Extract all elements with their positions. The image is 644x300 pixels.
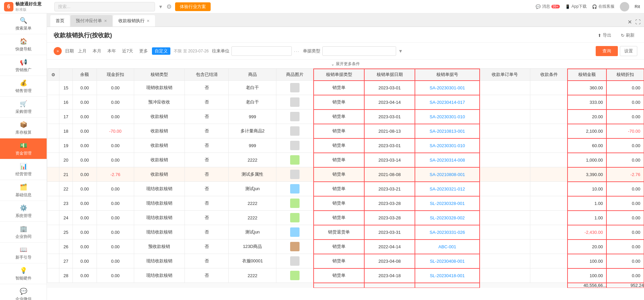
refresh-btn[interactable]: ↻ 刷新 xyxy=(618,31,637,40)
td-write-off-discount: -70.00 xyxy=(606,124,644,138)
doc-no-link[interactable]: SA-20230301-001 xyxy=(430,85,465,90)
td-receipt-condition xyxy=(530,138,568,153)
sidebar-item-purchase[interactable]: 🛒 采购管理 xyxy=(0,97,47,118)
dropdown-icon[interactable]: ▼ xyxy=(158,4,163,9)
th-receipt-order-no: 收款单订单号 xyxy=(480,69,530,81)
tab-close-all-icon[interactable]: ✕ xyxy=(628,19,632,25)
tab-collection-close[interactable]: ✕ xyxy=(147,19,150,23)
sidebar-item-operation[interactable]: 📊 经营管理 xyxy=(0,159,47,180)
doc-no-link[interactable]: SA-20230301-010 xyxy=(430,114,465,119)
tab-collection-label: 收款核销执行 xyxy=(118,18,145,24)
tab-bar: 首页 预付冲应付单 ✕ 收款核销执行 ✕ ✕ ⛶ xyxy=(47,13,644,27)
message-btn[interactable]: 💬 消息 99+ xyxy=(536,4,560,9)
th-settings[interactable]: ⚙ xyxy=(47,69,59,81)
th-cash-discount: 现金折扣 xyxy=(97,69,134,81)
sidebar-item-basic[interactable]: 🗂️ 基础信息 xyxy=(0,180,47,201)
doc-no-link[interactable]: SL-20230328-002 xyxy=(430,215,465,220)
td-write-off-doc-date: 2023-04-08 xyxy=(364,254,415,268)
td-goods: 老白干 xyxy=(229,95,276,110)
td-write-off-doc-no[interactable]: SA-20210808-001 xyxy=(415,167,480,182)
td-write-off-type: 现结收款核销 xyxy=(134,182,184,196)
td-goods-img xyxy=(276,124,314,138)
td-write-off-doc-no[interactable]: SL-20230418-001 xyxy=(415,268,480,283)
td-write-off-doc-no[interactable]: SA-20230301-001 xyxy=(415,81,480,95)
td-goods-img xyxy=(276,182,314,196)
sidebar-item-newbie[interactable]: 📖 新手引导 xyxy=(0,243,47,263)
doc-no-link[interactable]: SL-20230408-001 xyxy=(430,259,465,264)
purchase-icon: 🛒 xyxy=(20,100,27,108)
td-write-off-doc-no[interactable]: SA-20230321-012 xyxy=(415,182,480,196)
expand-conditions-btn[interactable]: ⌄ 展开更多条件 xyxy=(331,61,360,67)
query-btn[interactable]: 查询 xyxy=(596,46,618,56)
filter-last-7-days[interactable]: 近7天 xyxy=(120,47,135,55)
settings-icon[interactable]: ⚙ xyxy=(166,3,172,10)
td-write-off-type: 现销收款核销 xyxy=(134,81,184,95)
sidebar-item-guide[interactable]: 🏠 快捷导航 xyxy=(0,34,47,55)
filter-doc-type-input[interactable] xyxy=(322,46,396,56)
doc-no-link[interactable]: SA-20230321-012 xyxy=(430,186,465,191)
doc-no-link[interactable]: SA-20230331-026 xyxy=(430,230,465,235)
td-write-off-doc-no[interactable]: SA-20230301-010 xyxy=(415,110,480,124)
doc-no-link[interactable]: SA-20230414-017 xyxy=(430,100,465,105)
td-write-off-doc-no[interactable]: SA-20230331-026 xyxy=(415,225,480,240)
filter-settings-btn[interactable]: 设置 xyxy=(620,46,637,56)
doc-no-link[interactable]: SL-20230328-001 xyxy=(430,201,465,206)
td-write-off-doc-no[interactable]: SL-20230328-002 xyxy=(415,211,480,225)
sidebar-item-hardware[interactable]: 💡 智能硬件 xyxy=(0,263,47,284)
td-write-off-doc-no[interactable]: ABC-001 xyxy=(415,240,480,254)
filter-this-month[interactable]: 本月 xyxy=(91,47,103,55)
td-receipt-condition xyxy=(530,124,568,138)
td-goods-img xyxy=(276,211,314,225)
td-write-off-doc-date: 2021-08-13 xyxy=(364,124,415,138)
tab-prepay[interactable]: 预付冲应付单 ✕ xyxy=(70,15,112,27)
sidebar-item-sales[interactable]: 💰 销售管理 xyxy=(0,76,47,97)
td-receipt-condition xyxy=(530,225,568,240)
top-search-bar[interactable]: 搜索... xyxy=(54,2,155,11)
td-write-off-doc-date: 2021-08-08 xyxy=(364,167,415,182)
td-write-off-doc-type: 销货单 xyxy=(314,81,364,95)
td-write-off-doc-no[interactable]: SA-20210813-001 xyxy=(415,124,480,138)
sidebar-item-wechat[interactable]: 💬 企业微信 xyxy=(0,284,47,300)
sidebar-item-system[interactable]: ⚙️ 系统管理 xyxy=(0,201,47,222)
sidebar-item-inventory[interactable]: 📦 库存核算 xyxy=(0,118,47,138)
doc-no-link[interactable]: SA-20210808-001 xyxy=(430,172,465,177)
filter-toggle-btn[interactable]: » xyxy=(54,47,62,55)
filter-custom[interactable]: 自定义 xyxy=(152,47,170,55)
doc-no-link[interactable]: SA-20230314-008 xyxy=(430,158,465,163)
online-service-btn[interactable]: 🎧 在线客服 xyxy=(592,4,614,9)
sidebar-item-search[interactable]: 🔍 搜索菜单 xyxy=(0,13,47,34)
td-write-off-doc-no[interactable]: SL-20230328-001 xyxy=(415,196,480,211)
filter-doc-type-dropdown-icon[interactable]: ▼ xyxy=(398,48,403,54)
filter-last-month[interactable]: 上月 xyxy=(76,47,89,55)
sidebar-item-marketing[interactable]: 📢 营销推广 xyxy=(0,55,47,76)
filter-more[interactable]: 更多 xyxy=(137,47,150,55)
table-settings-icon[interactable]: ⚙ xyxy=(51,72,55,77)
user-name: Rit xyxy=(635,4,640,9)
sidebar-item-enterprise[interactable]: 🏢 企业协同 xyxy=(0,222,47,243)
tab-home[interactable]: 首页 xyxy=(50,15,70,27)
td-include-settled: 否 xyxy=(184,124,228,138)
filter-date-group: 日期 上月 本月 本年 近7天 更多 自定义 xyxy=(65,47,170,55)
sidebar-item-finance[interactable]: 💵 资金管理 xyxy=(0,138,47,159)
td-write-off-doc-no[interactable]: SA-20230414-017 xyxy=(415,95,480,110)
filter-from-unit-input[interactable] xyxy=(231,46,292,56)
td-write-off-type: 现结收款核销 xyxy=(134,225,184,240)
table-header-row: ⚙ 余额 现金折扣 核销类型 包含已结清 商品 商品图片 核销单据类型 核销 xyxy=(47,69,644,81)
filter-this-year[interactable]: 本年 xyxy=(105,47,118,55)
search-icon: 🔍 xyxy=(20,17,27,24)
tab-prepay-close[interactable]: ✕ xyxy=(104,19,107,23)
td-write-off-doc-no[interactable]: SA-20230314-008 xyxy=(415,153,480,167)
export-btn[interactable]: ⬆ 导出 xyxy=(595,31,614,40)
doc-no-link[interactable]: SA-20210813-001 xyxy=(430,129,465,134)
app-download-btn[interactable]: 📱 App下载 xyxy=(565,4,587,9)
user-avatar[interactable] xyxy=(620,2,629,11)
doc-no-link[interactable]: SA-20230301-010 xyxy=(430,143,465,148)
industry-btn[interactable]: 体验行业方案 xyxy=(175,2,211,11)
tab-maximize-icon[interactable]: ⛶ xyxy=(635,19,641,25)
doc-no-link[interactable]: ABC-001 xyxy=(438,244,456,249)
td-write-off-doc-no[interactable]: SA-20230301-010 xyxy=(415,138,480,153)
td-write-off-doc-no[interactable]: SL-20230408-001 xyxy=(415,254,480,268)
doc-no-link[interactable]: SL-20230418-001 xyxy=(430,273,465,278)
td-write-off-discount: 0.00 xyxy=(606,254,644,268)
tab-collection[interactable]: 收款核销执行 ✕ xyxy=(113,15,155,27)
